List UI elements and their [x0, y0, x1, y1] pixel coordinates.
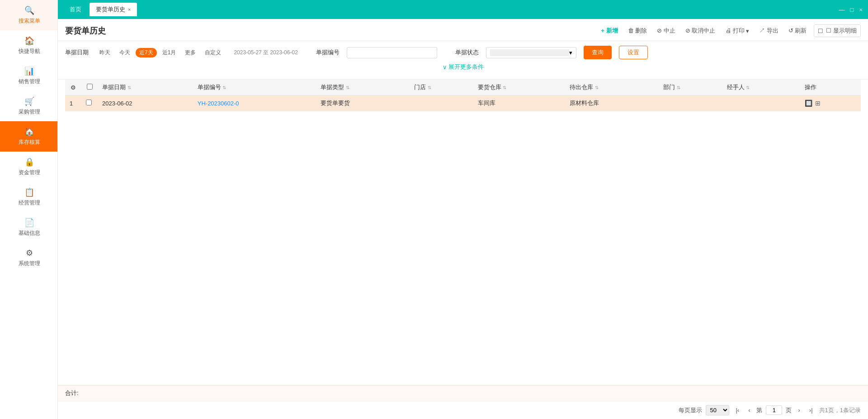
date-range-display: 2023-05-27 至 2023-06-02 [234, 49, 297, 57]
setting-button[interactable]: 设置 [619, 46, 648, 59]
date-more-btn[interactable]: 更多 [181, 48, 199, 57]
operation-icon: 📋 [24, 187, 34, 197]
window-max-btn[interactable]: □ [850, 6, 854, 13]
window-close-btn[interactable]: × [859, 6, 863, 13]
th-store[interactable]: 门店 ⇅ [410, 80, 473, 95]
date-1month-btn[interactable]: 近1月 [159, 48, 180, 57]
finance-icon: 🔒 [24, 157, 34, 167]
delete-button[interactable]: 🗑 删除 [625, 25, 650, 37]
select-all-checkbox[interactable] [87, 84, 93, 90]
total-info: 共1页，1条记录 [819, 406, 861, 414]
summary-label: 合计: [65, 390, 79, 396]
toolbar: + 新增 🗑 删除 ⊘ 中止 ⊘ 取消中止 🖨 打印 ▾ ↗ 导出 ↺ 刷新 ☐… [598, 24, 861, 37]
row-actions: 🔲 ⊞ [800, 95, 861, 111]
print-dropdown-icon[interactable]: ▾ [746, 28, 749, 34]
status-select-wrapper[interactable]: ▾ [486, 47, 576, 58]
tab-home[interactable]: 首页 [63, 3, 88, 16]
last-page-btn[interactable]: ›| [807, 406, 816, 414]
th-handler[interactable]: 经手人 ⇅ [722, 80, 800, 95]
cancel-stop-button[interactable]: ⊘ 取消中止 [683, 25, 718, 37]
next-page-btn[interactable]: › [795, 406, 802, 414]
sidebar-item-sales[interactable]: 📊 销售管理 [0, 61, 57, 91]
doc-no-input[interactable] [347, 47, 437, 58]
basic-info-icon: 📄 [24, 218, 34, 228]
content-area: 要货单历史 + 新增 🗑 删除 ⊘ 中止 ⊘ 取消中止 🖨 打印 ▾ ↗ 导出 … [58, 19, 868, 419]
sidebar-item-quick-nav[interactable]: 🏠 快捷导航 [0, 30, 57, 61]
filter-row-1: 单据日期 昨天 今天 近7天 近1月 更多 自定义 2023-05-27 至 2… [65, 46, 861, 59]
sidebar-item-finance[interactable]: 🔒 资金管理 [0, 152, 57, 182]
th-doc-no[interactable]: 单据编号 ⇅ [193, 80, 316, 95]
status-dropdown-icon: ▾ [569, 49, 572, 56]
page-number-input[interactable] [766, 405, 782, 415]
tab-active[interactable]: 要货单历史 × [90, 3, 137, 16]
sidebar-item-label: 库存核算 [19, 138, 40, 146]
per-page-select[interactable]: 50 20 100 [706, 405, 729, 415]
sort-handler-icon: ⇅ [746, 85, 750, 90]
sidebar-item-label: 销售管理 [19, 78, 40, 86]
row-no: 1 [65, 95, 81, 111]
prev-page-btn[interactable]: ‹ [745, 406, 753, 414]
sidebar-item-system[interactable]: ⚙ 系统管理 [0, 243, 57, 273]
sidebar-item-label: 搜索菜单 [19, 17, 40, 25]
table-header-row: ⚙ 单据日期 ⇅ 单据编号 ⇅ 单据类型 [65, 80, 861, 95]
export-button[interactable]: ↗ 导出 [756, 25, 781, 37]
sidebar-item-basic-info[interactable]: 📄 基础信息 [0, 212, 57, 243]
new-button[interactable]: + 新增 [598, 25, 620, 37]
expand-chevron-icon: ∨ [443, 64, 447, 71]
display-detail-button[interactable]: ☐ ☐ 显示明细 [814, 24, 861, 37]
edit-action-icon[interactable]: ⊞ [815, 100, 821, 107]
sidebar-item-purchase[interactable]: 🛒 采购管理 [0, 91, 57, 121]
main-area: 首页 要货单历史 × — □ × 要货单历史 + 新增 🗑 删除 ⊘ 中止 ⊘ … [58, 0, 868, 419]
status-select[interactable] [490, 49, 569, 56]
sort-doctype-icon: ⇅ [346, 85, 349, 90]
sidebar-item-label: 快捷导航 [19, 48, 40, 55]
topbar-right: — □ × [839, 6, 863, 13]
page-label: 第 [756, 406, 762, 414]
th-doc-type[interactable]: 单据类型 ⇅ [316, 80, 410, 95]
th-action: 操作 [800, 80, 861, 95]
per-page-label: 每页显示 [679, 406, 702, 414]
th-department[interactable]: 部门 ⇅ [659, 80, 722, 95]
row-store [410, 95, 473, 111]
window-min-btn[interactable]: — [839, 6, 845, 13]
sidebar-item-inventory[interactable]: 🏠 库存核算 [0, 121, 57, 152]
th-date[interactable]: 单据日期 ⇅ [98, 80, 193, 95]
th-settings[interactable]: ⚙ [65, 80, 81, 95]
date-today-btn[interactable]: 今天 [116, 48, 134, 57]
topbar: 首页 要货单历史 × — □ × [58, 0, 868, 19]
first-page-btn[interactable]: |‹ [733, 406, 742, 414]
pagination: 每页显示 50 20 100 |‹ ‹ 第 页 › ›| 共1页，1条记录 [58, 401, 868, 419]
page-header: 要货单历史 + 新增 🗑 删除 ⊘ 中止 ⊘ 取消中止 🖨 打印 ▾ ↗ 导出 … [58, 19, 868, 41]
view-action-icon[interactable]: 🔲 [805, 100, 812, 107]
expand-btn[interactable]: ∨ 展开更多条件 [443, 63, 484, 71]
inventory-icon: 🏠 [24, 127, 34, 137]
date-yesterday-btn[interactable]: 昨天 [96, 48, 114, 57]
row-select-checkbox[interactable] [86, 100, 92, 105]
th-checkbox[interactable] [81, 80, 98, 95]
table-area: ⚙ 单据日期 ⇅ 单据编号 ⇅ 单据类型 [58, 80, 868, 385]
row-pending-warehouse: 原材料仓库 [565, 95, 659, 111]
th-req-warehouse[interactable]: 要货仓库 ⇅ [473, 80, 566, 95]
print-button[interactable]: 🖨 打印 ▾ [723, 25, 752, 37]
sidebar-item-label: 系统管理 [19, 260, 40, 267]
sidebar-item-search[interactable]: 🔍 搜索菜单 [0, 0, 57, 30]
doc-no-link[interactable]: YH-20230602-0 [198, 100, 239, 107]
query-button[interactable]: 查询 [584, 46, 612, 59]
expand-label: 展开更多条件 [448, 63, 484, 71]
date-custom-btn[interactable]: 自定义 [201, 48, 225, 57]
refresh-button[interactable]: ↺ 刷新 [786, 25, 810, 37]
summary-bar: 合计: [58, 385, 868, 401]
row-checkbox[interactable] [81, 95, 98, 111]
sidebar-item-operation[interactable]: 📋 经营管理 [0, 182, 57, 212]
stop-button[interactable]: ⊘ 中止 [654, 25, 678, 37]
display-detail-label: ☐ 显示明细 [826, 27, 857, 35]
display-detail-checkbox: ☐ [818, 28, 823, 34]
tab-close-icon[interactable]: × [128, 7, 131, 12]
tab-active-label: 要货单历史 [96, 5, 125, 14]
sales-icon: 📊 [24, 66, 34, 76]
th-pending-warehouse[interactable]: 待出仓库 ⇅ [565, 80, 659, 95]
sort-dept-icon: ⇅ [677, 85, 680, 90]
date-7days-btn[interactable]: 近7天 [136, 48, 157, 57]
sidebar-item-label: 采购管理 [19, 108, 40, 116]
row-doc-type: 要货单要货 [316, 95, 410, 111]
